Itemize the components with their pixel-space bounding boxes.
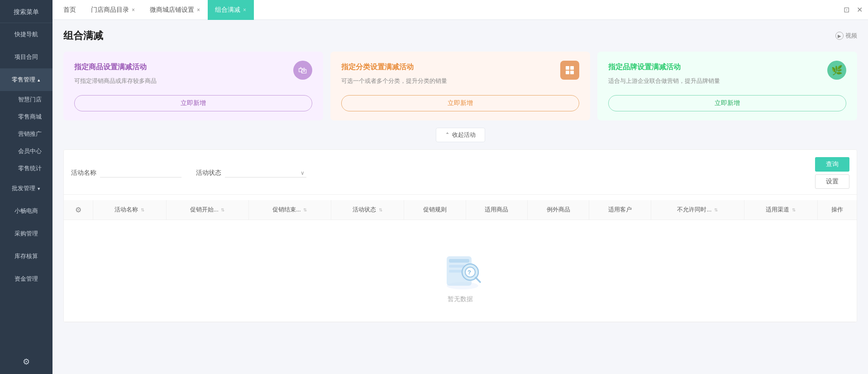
product-card: 指定商品设置满减活动 🛍 可指定滞销商品或库存较多商品 立即新增: [63, 52, 323, 120]
brand-card-title: 指定品牌设置满减活动: [608, 62, 846, 72]
svg-text:?: ?: [467, 269, 471, 276]
svg-rect-6: [449, 259, 469, 263]
product-card-title: 指定商品设置满减活动: [74, 62, 312, 72]
sidebar-item-quick-nav[interactable]: 快捷导航: [0, 23, 52, 46]
sort-promo-end[interactable]: ⇅: [303, 207, 307, 212]
play-icon: ▶: [835, 32, 844, 40]
table-wrap: ⚙ 活动名称 ⇅ 促销开始... ⇅ 促销结束...: [64, 200, 857, 322]
filter-activity-name-label: 活动名称: [71, 169, 96, 177]
activity-name-input[interactable]: [100, 168, 181, 177]
product-card-icon: 🛍: [293, 61, 312, 80]
filter-activity-status-wrap: 进行中 已结束 未开始 ∨: [225, 168, 306, 177]
col-activity-name: 活动名称 ⇅: [93, 200, 166, 220]
activities-table: ⚙ 活动名称 ⇅ 促销开始... ⇅ 促销结束...: [64, 200, 857, 322]
table-body: ? 暂无数据: [64, 220, 857, 321]
sidebar: 搜索菜单 快捷导航 项目合同 零售管理 ▲ 智慧门店 零售商城 营销推广 会员中…: [0, 0, 52, 374]
sidebar-item-retail-stats[interactable]: 零售统计: [0, 160, 52, 177]
sidebar-item-project-contract[interactable]: 项目合同: [0, 46, 52, 68]
sort-activity-name[interactable]: ⇅: [141, 207, 144, 212]
sort-not-allowed[interactable]: ⇅: [714, 207, 718, 212]
category-card-add-btn[interactable]: 立即新增: [341, 95, 579, 111]
product-card-add-btn[interactable]: 立即新增: [74, 95, 312, 111]
video-link[interactable]: ▶ 视频: [835, 32, 857, 40]
tab-store-catalog-close[interactable]: ×: [132, 7, 135, 13]
svg-rect-1: [570, 66, 574, 70]
filter-table-container: 活动名称 活动状态 进行中 已结束 未开始 ∨: [63, 149, 857, 322]
col-promo-start: 促销开始... ⇅: [166, 200, 248, 220]
category-card-icon: [560, 61, 579, 80]
collapse-activities-btn[interactable]: ⌃ 收起活动: [436, 128, 485, 142]
maximize-icon[interactable]: ⊡: [842, 4, 851, 16]
sidebar-item-wholesale-mgmt[interactable]: 批发管理 ▼: [0, 177, 52, 200]
empty-text: 暂无数据: [64, 295, 857, 303]
sidebar-item-inventory-calc[interactable]: 库存核算: [0, 245, 52, 268]
filter-buttons: 查询 设置: [815, 157, 849, 189]
svg-rect-8: [449, 270, 463, 273]
col-applicable-goods: 适用商品: [466, 200, 527, 220]
tab-wechat-store-settings-close[interactable]: ×: [197, 7, 200, 13]
tabbar-right: ⊡ ✕: [842, 4, 864, 16]
empty-illustration: ?: [438, 247, 483, 288]
sidebar-item-member-center[interactable]: 会员中心: [0, 143, 52, 160]
settings-col-icon[interactable]: ⚙: [75, 206, 81, 214]
empty-row: ? 暂无数据: [64, 220, 857, 321]
filter-activity-status-label: 活动状态: [196, 169, 221, 177]
sidebar-item-retail-mall[interactable]: 零售商城: [0, 108, 52, 125]
sidebar-item-xc-ecommerce[interactable]: 小畅电商: [0, 200, 52, 222]
main-area: 首页 门店商品目录 × 微商城店铺设置 × 组合满减 × ⊡ ✕ 组合满减 ▶ …: [52, 0, 868, 374]
tabbar: 首页 门店商品目录 × 微商城店铺设置 × 组合满减 × ⊡ ✕: [52, 0, 868, 20]
empty-cell: ? 暂无数据: [64, 220, 857, 321]
sidebar-item-smart-store[interactable]: 智慧门店: [0, 91, 52, 108]
col-promo-rules: 促销规则: [404, 200, 466, 220]
col-promo-end: 促销结束... ⇅: [248, 200, 331, 220]
tab-home[interactable]: 首页: [56, 0, 84, 20]
category-card-title: 指定分类设置满减活动: [341, 62, 579, 72]
sidebar-item-purchase-mgmt[interactable]: 采购管理: [0, 222, 52, 245]
col-applicable-channel: 适用渠道 ⇅: [744, 200, 817, 220]
tab-store-catalog[interactable]: 门店商品目录 ×: [84, 0, 143, 20]
tab-wechat-store-settings[interactable]: 微商城店铺设置 ×: [143, 0, 208, 20]
sidebar-item-finance-mgmt[interactable]: 资金管理: [0, 268, 52, 290]
col-not-allowed-same: 不允许同时... ⇅: [651, 200, 744, 220]
page-header: 组合满减 ▶ 视频: [63, 29, 857, 43]
close-icon[interactable]: ✕: [855, 4, 864, 16]
sidebar-item-retail-mgmt[interactable]: 零售管理 ▲: [0, 68, 52, 91]
page-title: 组合满减: [63, 29, 103, 43]
sidebar-item-marketing[interactable]: 营销推广: [0, 125, 52, 143]
activity-status-select[interactable]: 进行中 已结束 未开始: [225, 168, 306, 177]
filter-row: 活动名称 活动状态 进行中 已结束 未开始 ∨: [64, 150, 857, 195]
category-card-desc: 可选一个或者多个分类，提升分类的销量: [341, 77, 579, 86]
col-exception-goods: 例外商品: [527, 200, 589, 220]
sort-promo-start[interactable]: ⇅: [221, 207, 224, 212]
col-operation: 操作: [817, 200, 857, 220]
brand-card: 指定品牌设置满减活动 🌿 适合与上游企业联合做营销，提升品牌销量 立即新增: [597, 52, 857, 120]
empty-state: ? 暂无数据: [64, 220, 857, 321]
svg-rect-0: [566, 66, 569, 70]
product-card-desc: 可指定滞销商品或库存较多商品: [74, 77, 312, 86]
collapse-icon: ⌃: [445, 132, 449, 138]
filter-activity-name: 活动名称: [71, 168, 181, 177]
filter-activity-status: 活动状态 进行中 已结束 未开始 ∨: [196, 168, 306, 177]
category-card: 指定分类设置满减活动 可选一个或者多个分类，提升分类的销量 立即新增: [330, 52, 590, 120]
content-area: 组合满减 ▶ 视频 指定商品设置满减活动 🛍 可指定滞销商品或库存较多商品 立即…: [52, 20, 868, 374]
svg-rect-3: [570, 71, 574, 74]
collapse-bar: ⌃ 收起活动: [63, 128, 857, 142]
brand-card-add-btn[interactable]: 立即新增: [608, 95, 846, 111]
col-settings[interactable]: ⚙: [64, 200, 93, 220]
settings-button[interactable]: 设置: [815, 174, 849, 189]
brand-card-icon: 🌿: [827, 61, 846, 80]
col-activity-status: 活动状态 ⇅: [331, 200, 404, 220]
table-header-row: ⚙ 活动名称 ⇅ 促销开始... ⇅ 促销结束...: [64, 200, 857, 220]
sidebar-settings-btn[interactable]: ⚙: [0, 350, 52, 374]
cards-row: 指定商品设置满减活动 🛍 可指定滞销商品或库存较多商品 立即新增 指定分类设置满…: [63, 52, 857, 120]
svg-line-11: [476, 278, 480, 282]
sidebar-search[interactable]: 搜索菜单: [0, 0, 52, 23]
col-applicable-customers: 适用客户: [589, 200, 651, 220]
svg-rect-2: [566, 71, 569, 74]
tab-combo-discount[interactable]: 组合满减 ×: [208, 0, 254, 20]
sort-applicable-channel[interactable]: ⇅: [792, 207, 796, 212]
sort-activity-status[interactable]: ⇅: [379, 207, 382, 212]
tab-combo-discount-close[interactable]: ×: [243, 7, 246, 13]
brand-card-desc: 适合与上游企业联合做营销，提升品牌销量: [608, 77, 846, 86]
query-button[interactable]: 查询: [815, 157, 849, 172]
